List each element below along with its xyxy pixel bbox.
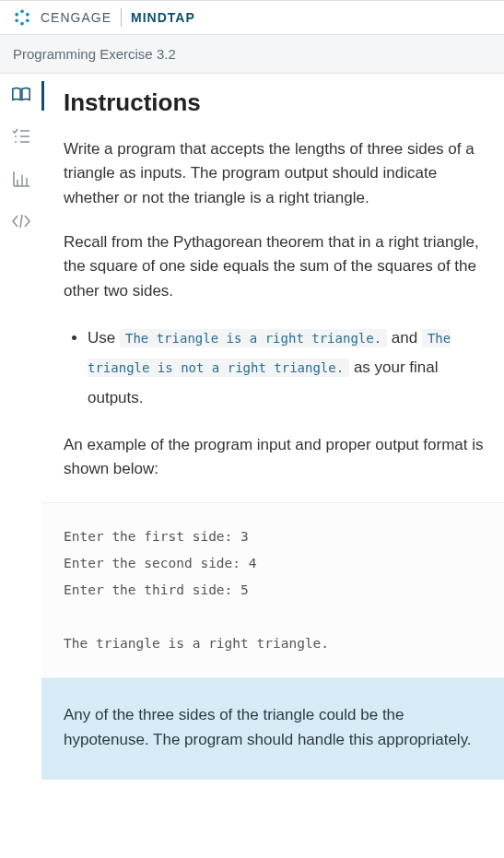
brand-divider (121, 8, 122, 27)
svg-point-0 (20, 10, 24, 14)
svg-point-5 (15, 13, 18, 17)
code-icon (11, 214, 31, 232)
bullet-text-pre: Use (88, 329, 120, 347)
output-requirements-list: Use The triangle is a right triangle. an… (64, 323, 486, 413)
example-io-block: Enter the first side: 3 Enter the second… (41, 502, 504, 678)
svg-point-1 (26, 13, 29, 17)
cengage-logo-icon (13, 8, 31, 27)
exercise-title-bar: Programming Exercise 3.2 (0, 35, 504, 74)
hint-note-text: Any of the three sides of the triangle c… (64, 706, 472, 748)
exercise-title: Programming Exercise 3.2 (13, 46, 176, 62)
tool-sidebar (0, 74, 41, 780)
svg-point-3 (20, 22, 24, 26)
svg-point-2 (26, 19, 29, 23)
hint-note: Any of the three sides of the triangle c… (41, 678, 504, 780)
sidebar-item-instructions[interactable] (7, 85, 35, 107)
example-lead-in: An example of the program input and prop… (64, 433, 486, 482)
svg-point-4 (15, 19, 18, 23)
sidebar-item-code[interactable] (7, 212, 35, 234)
page-title: Instructions (64, 88, 486, 117)
book-icon (11, 86, 31, 106)
expected-output-right: The triangle is a right triangle. (120, 329, 387, 347)
brand-mindtap: MINDTAP (131, 10, 195, 25)
sidebar-item-tasks[interactable] (7, 127, 35, 149)
sidebar-item-analytics[interactable] (7, 170, 35, 192)
checklist-icon (12, 128, 30, 148)
intro-paragraph-2: Recall from the Pythagorean theorem that… (64, 230, 486, 303)
brand-cengage: CENGAGE (41, 10, 111, 25)
chart-icon (12, 170, 30, 191)
svg-line-16 (20, 215, 22, 228)
list-item: Use The triangle is a right triangle. an… (88, 323, 486, 413)
intro-paragraph-1: Write a program that accepts the lengths… (64, 137, 486, 210)
content-pane: Instructions Write a program that accept… (41, 74, 504, 780)
top-bar: CENGAGE MINDTAP (0, 0, 504, 35)
bullet-text-mid: and (387, 329, 422, 347)
